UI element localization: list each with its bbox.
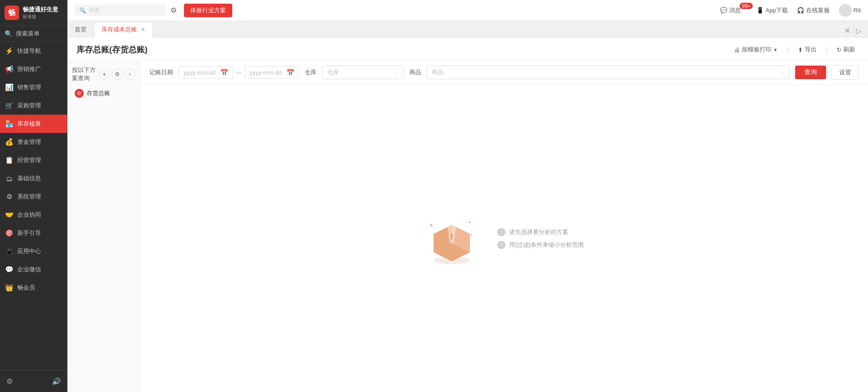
sidebar-item-newbie[interactable]: 🎯 新手引导 (0, 224, 67, 242)
tab-home[interactable]: 首页 (67, 22, 94, 37)
sidebar-item-inventory[interactable]: 🏪 库存核算 (0, 115, 67, 133)
nav-icon-appcenter: 📱 (5, 247, 14, 255)
settings-btn[interactable]: 设置 (832, 65, 859, 80)
filter-settings-toggle[interactable]: ⚙ (112, 69, 123, 80)
scheme-icon: 存 (75, 89, 84, 98)
export-btn[interactable]: ⬆ 导出 (794, 44, 820, 56)
warehouse-more-icon: ··· (394, 69, 399, 76)
sidebar-item-member[interactable]: 👑 畅会员 (0, 279, 67, 297)
print-template-btn[interactable]: 🖨 按模板打印 ▼ (730, 44, 781, 56)
query-btn[interactable]: 查询 (795, 66, 826, 79)
sidebar-item-system[interactable]: ⚙ 系统管理 (0, 188, 67, 206)
page-title: 库存总账(存货总账) (77, 44, 148, 55)
message-btn[interactable]: 💬 消息 99+ (720, 6, 747, 15)
date-separator: — (236, 69, 242, 76)
page-header: 库存总账(存货总账) 🖨 按模板打印 ▼ | ⬆ 导出 | ↻ 刷新 (67, 37, 868, 61)
svg-text:✦: ✦ (468, 220, 471, 225)
date-input-group: yyyy-mm-dd 📅 — yyyy-mm-dd 📅 (179, 66, 299, 79)
warehouse-input[interactable]: 仓库 ··· (322, 66, 404, 79)
top-header: 🔍 搜索 ⚙ 体验行业方案 💬 消息 99+ 📱 App下载 🎧 在线客服 Ri… (67, 0, 868, 21)
header-search-area[interactable]: 🔍 搜索 (75, 5, 166, 16)
close-all-btn[interactable]: ✕ (842, 25, 852, 37)
sidebar-item-shortcut[interactable]: ⚡ 快捷导航 (0, 42, 67, 60)
sidebar-item-appcenter[interactable]: 📱 应用中心 (0, 242, 67, 260)
sidebar-bottom: ⚙ 🔊 (0, 370, 67, 392)
sidebar-item-finance[interactable]: 💰 资金管理 (0, 133, 67, 151)
goods-input[interactable]: 商品 ··· (427, 66, 790, 79)
sidebar-audio-btn[interactable]: 🔊 (50, 375, 63, 387)
search-icon: 🔍 (5, 30, 12, 37)
nav-icon-newbie: 🎯 (5, 229, 14, 237)
print-dropdown-icon: ▼ (773, 47, 778, 52)
tab-bar: 首页 库存成本总账 ✕ ✕ ▷ (67, 21, 868, 37)
content-split: 按以下方案查询 + ⚙ ‹ 存 存货总账 (67, 61, 868, 392)
online-service-btn[interactable]: 🎧 在线客服 (797, 6, 830, 15)
header-settings-icon[interactable]: ⚙ (170, 6, 177, 15)
svg-text:!: ! (450, 233, 453, 241)
sidebar: 畅 畅捷通好生意 标准版 🔍 搜索菜单 ⚡ 快捷导航 📢 营销推广 📊 销售管理… (0, 0, 67, 392)
scheme-item-inventory[interactable]: 存 存货总账 (72, 87, 135, 100)
goods-more-icon: ··· (780, 69, 785, 76)
sidebar-item-marketing[interactable]: 📢 营销推广 (0, 60, 67, 78)
sidebar-nav: ⚡ 快捷导航 📢 营销推广 📊 销售管理 🛒 采购管理 🏪 库存核算 💰 资金管… (0, 42, 67, 370)
sidebar-item-basic[interactable]: 🗂 基础信息 (0, 169, 67, 188)
filter-scheme-title: 按以下方案查询 + ⚙ ‹ (72, 66, 135, 82)
empty-hints: 1 请先选择要分析的方案 2 用[过滤]条件来缩小分析范围 (497, 228, 583, 249)
app-download-btn[interactable]: 📱 App下载 (756, 6, 788, 15)
nav-icon-member: 👑 (5, 284, 14, 292)
hint-num-2: 2 (497, 241, 505, 249)
date-start-input[interactable]: yyyy-mm-dd 📅 (179, 66, 233, 79)
message-icon: 💬 (720, 7, 727, 14)
hint-item-2: 2 用[过滤]条件来缩小分析范围 (497, 241, 583, 249)
app-icon: 📱 (756, 7, 764, 14)
filter-add-btn[interactable]: + (99, 69, 110, 80)
logo-text: 畅捷通好生意 标准版 (23, 6, 58, 20)
tab-inventory-ledger[interactable]: 库存成本总账 ✕ (94, 23, 153, 37)
nav-icon-system: ⚙ (5, 193, 14, 201)
main-area: 记账日期 yyyy-mm-dd 📅 — yyyy-mm-dd 📅 仓 (140, 61, 868, 392)
hint-item-1: 1 请先选择要分析的方案 (497, 228, 583, 236)
nav-icon-inventory: 🏪 (5, 120, 14, 128)
divider1: | (787, 46, 789, 54)
calendar-end-icon: 📅 (286, 69, 294, 76)
hint-num-1: 1 (497, 228, 505, 236)
user-name: Rit (853, 7, 861, 14)
refresh-icon: ↻ (837, 46, 842, 53)
header-search-icon: 🔍 (79, 7, 86, 14)
page-actions: 🖨 按模板打印 ▼ | ⬆ 导出 | ↻ 刷新 (730, 44, 859, 56)
empty-illustration: ! ✦ ✦ ✦ (424, 211, 479, 266)
service-icon: 🎧 (797, 7, 804, 14)
sidebar-item-wechat[interactable]: 💬 企业微信 (0, 260, 67, 279)
date-end-input[interactable]: yyyy-mm-dd 📅 (245, 66, 299, 79)
tab-menu-btn[interactable]: ▷ (854, 25, 863, 37)
logo-icon: 畅 (5, 5, 19, 20)
calendar-start-icon: 📅 (220, 69, 228, 76)
user-avatar (839, 4, 852, 17)
svg-text:✦: ✦ (429, 222, 434, 229)
sidebar-item-operations[interactable]: 📋 经营管理 (0, 151, 67, 169)
sidebar-item-purchase[interactable]: 🛒 采购管理 (0, 97, 67, 115)
tab-close-btn[interactable]: ✕ (141, 26, 145, 33)
filter-panel: 按以下方案查询 + ⚙ ‹ 存 存货总账 (67, 61, 140, 392)
top-filter-row: 记账日期 yyyy-mm-dd 📅 — yyyy-mm-dd 📅 仓 (140, 61, 868, 85)
warehouse-field-label: 仓库 (305, 68, 317, 76)
filter-collapse-btn[interactable]: ‹ (124, 69, 135, 80)
nav-icon-sales: 📊 (5, 83, 14, 92)
nav-icon-enterprise: 🤝 (5, 211, 14, 219)
refresh-btn[interactable]: ↻ 刷新 (833, 44, 859, 56)
divider2: | (826, 46, 827, 54)
sidebar-search[interactable]: 🔍 搜索菜单 (0, 26, 67, 42)
nav-icon-basic: 🗂 (5, 175, 14, 183)
header-right: 💬 消息 99+ 📱 App下载 🎧 在线客服 Rit (720, 4, 861, 17)
sidebar-item-sales[interactable]: 📊 销售管理 (0, 78, 67, 97)
user-area[interactable]: Rit (839, 4, 861, 17)
export-icon: ⬆ (798, 46, 803, 53)
sidebar-settings-btn[interactable]: ⚙ (5, 375, 15, 387)
svg-text:✦: ✦ (470, 233, 473, 237)
nav-icon-shortcut: ⚡ (5, 47, 14, 55)
data-area: ! ✦ ✦ ✦ 1 请先选择要分析的方案 (140, 85, 868, 392)
sidebar-item-enterprise[interactable]: 🤝 企业协同 (0, 206, 67, 224)
date-field-label: 记账日期 (149, 68, 173, 76)
nav-icon-operations: 📋 (5, 156, 14, 164)
industry-btn[interactable]: 体验行业方案 (184, 4, 232, 17)
